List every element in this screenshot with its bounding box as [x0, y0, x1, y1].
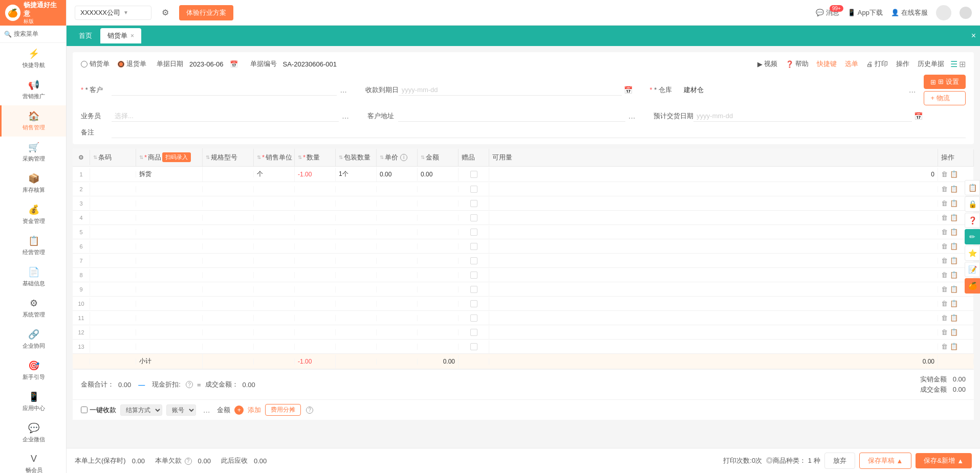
- td-unit-7[interactable]: [254, 272, 295, 278]
- td-barcode-12[interactable]: [90, 344, 136, 350]
- payment-method-select[interactable]: 结算方式: [120, 404, 162, 416]
- td-unit-4[interactable]: [254, 229, 295, 235]
- td-spec-1[interactable]: [203, 186, 254, 192]
- copy-icon-0[interactable]: 📋: [950, 170, 958, 178]
- td-amount-6[interactable]: [418, 258, 459, 264]
- td-gift-10[interactable]: [459, 311, 489, 325]
- td-gift-9[interactable]: [459, 297, 489, 310]
- tab-close-icon[interactable]: ×: [130, 32, 134, 39]
- delete-icon-11[interactable]: 🗑: [941, 328, 948, 336]
- td-barcode-9[interactable]: [90, 301, 136, 307]
- radio-return[interactable]: 退货单: [118, 59, 146, 69]
- gift-checkbox-3[interactable]: [470, 214, 477, 221]
- delete-icon-1[interactable]: 🗑: [941, 185, 948, 193]
- td-spec-2[interactable]: [203, 200, 254, 207]
- delete-icon-8[interactable]: 🗑: [941, 285, 948, 293]
- td-qty-5[interactable]: [295, 243, 336, 250]
- td-gift-0[interactable]: [459, 168, 489, 181]
- td-product-3[interactable]: [136, 215, 203, 221]
- copy-icon-2[interactable]: 📋: [950, 199, 958, 207]
- td-gift-2[interactable]: [459, 197, 489, 210]
- td-product-1[interactable]: [136, 186, 203, 192]
- sidebar-item-新手引导[interactable]: 🎯新手引导: [0, 355, 66, 386]
- company-select[interactable]: XXXXXX公司 ▼: [75, 6, 151, 20]
- td-product-5[interactable]: [136, 243, 203, 250]
- td-amount-3[interactable]: [418, 215, 459, 221]
- td-unit-11[interactable]: [254, 329, 295, 335]
- avatar[interactable]: [936, 5, 951, 20]
- sidebar-item-资金管理[interactable]: 💰资金管理: [0, 199, 66, 230]
- sidebar-item-畅会员[interactable]: V畅会员: [0, 448, 66, 473]
- td-qty-11[interactable]: [295, 329, 336, 335]
- sidebar-item-系统管理[interactable]: ⚙系统管理: [0, 292, 66, 324]
- td-packqty-11[interactable]: [336, 329, 377, 335]
- float-btn-5[interactable]: ⭐: [965, 245, 980, 261]
- td-price-5[interactable]: [377, 243, 418, 250]
- td-packqty-8[interactable]: [336, 286, 377, 292]
- history-button[interactable]: 历史单据: [916, 58, 946, 70]
- td-packqty-4[interactable]: [336, 229, 377, 235]
- scan-button[interactable]: 扫码录入: [162, 152, 191, 162]
- td-spec-7[interactable]: [203, 272, 254, 278]
- add-payment-button[interactable]: +: [234, 406, 244, 415]
- radio-sales[interactable]: 销货单: [81, 59, 110, 69]
- customer-input[interactable]: [112, 84, 337, 96]
- ops-button[interactable]: 操作: [894, 58, 911, 70]
- app-download-button[interactable]: 📱 App下载: [847, 8, 883, 17]
- debt-info-icon[interactable]: ?: [185, 458, 192, 465]
- float-btn-2[interactable]: 🔒: [965, 196, 980, 212]
- td-packqty-6[interactable]: [336, 258, 377, 264]
- td-product-0[interactable]: 拆货: [136, 167, 203, 182]
- gift-checkbox-11[interactable]: [470, 329, 477, 336]
- float-btn-1[interactable]: 📋: [965, 180, 980, 195]
- td-spec-3[interactable]: [203, 215, 254, 221]
- payment-due-input[interactable]: [399, 84, 622, 96]
- td-product-7[interactable]: [136, 272, 203, 278]
- grid-view-icon[interactable]: ⊞: [959, 59, 966, 69]
- td-product-6[interactable]: [136, 258, 203, 264]
- sidebar-item-经营管理[interactable]: 📋经营管理: [0, 230, 66, 261]
- salesperson-more-icon[interactable]: ...: [339, 111, 352, 121]
- print-button[interactable]: 🖨 打印: [864, 58, 890, 70]
- td-barcode-1[interactable]: [90, 186, 136, 192]
- payment-account-select[interactable]: 账号: [166, 404, 196, 416]
- delete-icon-7[interactable]: 🗑: [941, 271, 948, 279]
- td-amount-9[interactable]: [418, 301, 459, 307]
- td-price-7[interactable]: [377, 272, 418, 278]
- tab-home[interactable]: 首页: [71, 27, 100, 44]
- online-service-button[interactable]: 👤 在线客服: [891, 8, 928, 17]
- float-btn-7[interactable]: 🍊: [965, 278, 980, 294]
- sidebar-item-营销推广[interactable]: 📢营销推广: [0, 74, 66, 105]
- copy-icon-1[interactable]: 📋: [950, 185, 958, 193]
- td-qty-2[interactable]: [295, 200, 336, 207]
- td-price-1[interactable]: [377, 186, 418, 192]
- td-barcode-8[interactable]: [90, 286, 136, 292]
- sidebar-item-采购管理[interactable]: 🛒采购管理: [0, 137, 66, 168]
- td-gift-3[interactable]: [459, 211, 489, 224]
- help-button[interactable]: ❓ 帮助: [783, 58, 811, 70]
- video-button[interactable]: ▶ 视频: [755, 58, 779, 70]
- expected-date-calendar-icon[interactable]: 📅: [912, 112, 925, 120]
- fee-info-icon[interactable]: ?: [306, 407, 313, 414]
- td-unit-9[interactable]: [254, 301, 295, 307]
- td-gift-8[interactable]: [459, 283, 489, 296]
- td-product-8[interactable]: [136, 286, 203, 292]
- save-new-button[interactable]: 保存&新增 ▲: [916, 453, 972, 468]
- customer-more-icon[interactable]: ...: [337, 85, 350, 95]
- gift-checkbox-12[interactable]: [470, 343, 477, 350]
- td-amount-0[interactable]: 0.00: [418, 168, 459, 181]
- td-spec-6[interactable]: [203, 258, 254, 264]
- delete-icon-12[interactable]: 🗑: [941, 343, 948, 350]
- trial-button[interactable]: 体验行业方案: [179, 5, 233, 20]
- td-gift-1[interactable]: [459, 183, 489, 196]
- td-qty-6[interactable]: [295, 258, 336, 264]
- delete-icon-0[interactable]: 🗑: [941, 170, 948, 178]
- td-unit-2[interactable]: [254, 200, 295, 207]
- td-packqty-2[interactable]: [336, 200, 377, 207]
- th-settings[interactable]: ⚙: [73, 150, 90, 165]
- payment-due-calendar-icon[interactable]: 📅: [622, 86, 635, 94]
- customer-addr-input[interactable]: [398, 110, 625, 122]
- td-packqty-7[interactable]: [336, 272, 377, 278]
- td-packqty-5[interactable]: [336, 243, 377, 250]
- copy-icon-9[interactable]: 📋: [950, 300, 958, 307]
